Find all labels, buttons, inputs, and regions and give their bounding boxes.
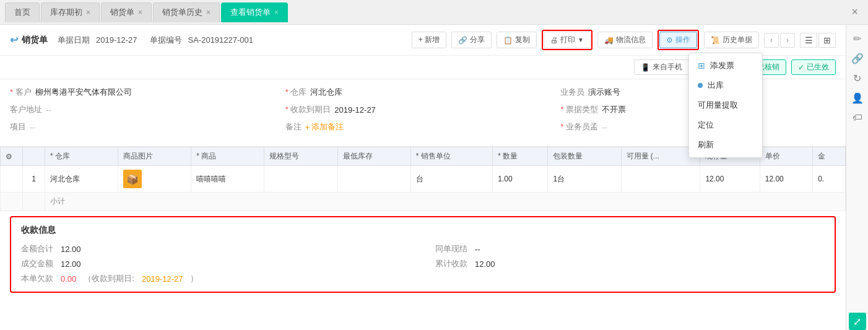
total-received-label: 累计收款	[435, 258, 467, 269]
row-min-stock-cell	[337, 166, 410, 193]
tab-view-sales-label: 查看销货单	[230, 7, 271, 18]
share-button[interactable]: 🔗 分享	[451, 32, 492, 48]
col-sales-unit-header: * 销售单位	[410, 147, 493, 166]
outbound-item[interactable]: 出库	[689, 76, 762, 95]
col-amount-header: 金	[813, 147, 846, 166]
add-invoice-item[interactable]: ⊞ 添发票	[689, 56, 762, 76]
new-button[interactable]: + 新增	[412, 32, 446, 48]
col-unit-price-header: 单价	[760, 147, 812, 166]
salesperson-value: 演示账号	[588, 87, 620, 98]
add-remark-button[interactable]: + 添加备注	[305, 121, 344, 132]
warehouse-label: 仓库	[285, 87, 307, 98]
locate-label: 定位	[698, 119, 714, 131]
same-order-settle-value: --	[475, 245, 480, 254]
link-sidebar-icon[interactable]: 🔗	[849, 50, 866, 67]
total-amount-value: 12.00	[61, 245, 81, 254]
from-phone-button[interactable]: 📱 来自手机	[634, 59, 689, 75]
tab-sales-close[interactable]: ×	[138, 8, 142, 17]
tag-sidebar-icon[interactable]: 🏷	[849, 109, 866, 126]
payment-info-title: 收款信息	[21, 225, 825, 236]
tab-sales-history-close[interactable]: ×	[206, 8, 210, 17]
expand-sidebar-icon[interactable]: ⤢	[849, 313, 866, 330]
project-label: 项目	[10, 121, 26, 132]
doc-date-label: 单据日期 2019-12-27	[58, 35, 137, 46]
operations-icon: ⚙	[666, 36, 673, 45]
due-amount-label: 本单欠款	[21, 273, 53, 284]
rotate-sidebar-icon[interactable]: ↻	[849, 69, 866, 87]
address-value: --	[46, 105, 51, 115]
print-highlight-box: 🖨 打印 ▼	[542, 30, 592, 50]
row-spec-cell	[264, 166, 337, 193]
col-num	[23, 147, 45, 166]
warehouse-field: 仓库 河北仓库	[285, 87, 561, 98]
ticket-type-label: 票据类型	[560, 104, 598, 115]
operations-highlight-box: ⚙ 操作	[658, 30, 699, 50]
tab-inventory[interactable]: 库存期初 ×	[41, 2, 100, 22]
customer-value: 柳州粤港平安气体有限公司	[35, 87, 132, 98]
row-warehouse-cell: 河北仓库	[45, 166, 118, 193]
add-invoice-label: 添发票	[710, 60, 734, 71]
nav-arrows: ‹ ›	[764, 33, 795, 48]
total-amount-label: 金额合计	[21, 243, 53, 254]
row-num-cell: 1	[23, 166, 45, 193]
locate-item[interactable]: 定位	[689, 115, 762, 135]
tab-view-sales[interactable]: 查看销货单 ×	[221, 2, 288, 22]
payment-date-field: 收款到期日 2019-12-27	[285, 104, 561, 115]
tab-view-sales-close[interactable]: ×	[274, 8, 279, 17]
available-qty-label: 可用量提取	[698, 100, 738, 111]
row-stock-cell: 12.00	[700, 166, 760, 193]
total-received-row: 累计收款 12.00	[435, 258, 825, 269]
grid-view-button[interactable]: ⊞	[818, 33, 836, 48]
salesperson2-label: 业务员孟	[560, 121, 598, 132]
list-view-button[interactable]: ☰	[800, 33, 817, 48]
row-pack-qty-cell: 1台	[548, 166, 621, 193]
add-invoice-icon: ⊞	[698, 61, 705, 71]
nav-prev-button[interactable]: ‹	[764, 33, 779, 48]
tab-inventory-close[interactable]: ×	[86, 8, 90, 17]
edit-sidebar-icon[interactable]: ✏	[849, 30, 866, 47]
tab-sales-history[interactable]: 销货单历史 ×	[153, 2, 220, 22]
address-field: 客户地址 --	[10, 104, 285, 115]
subtotal-label-cell: 小计	[45, 193, 846, 211]
nav-next-button[interactable]: ›	[780, 33, 795, 48]
window-close-button[interactable]: ×	[846, 6, 863, 19]
address-label: 客户地址	[10, 104, 42, 115]
outbound-dot	[698, 83, 703, 88]
copy-button[interactable]: 📋 复制	[497, 32, 537, 48]
deal-amount-value: 12.00	[61, 259, 81, 269]
tab-inventory-label: 库存期初	[50, 7, 82, 18]
total-amount-row: 金额合计 12.00	[21, 243, 410, 254]
doc-number-label: 单据编号 SA-20191227-001	[150, 35, 254, 46]
project-value: --	[30, 123, 35, 132]
col-spec-header: 规格型号	[264, 147, 337, 166]
total-received-value: 12.00	[475, 259, 495, 269]
due-date-note: （收款到期日:	[84, 273, 134, 284]
document-header: ↩ 销货单 单据日期 2019-12-27 单据编号 SA-20191227-0…	[0, 25, 846, 56]
available-qty-item[interactable]: 可用量提取	[689, 95, 762, 115]
operations-button[interactable]: ⚙ 操作	[659, 32, 697, 48]
right-sidebar: ✏ 🔗 ↻ 👤 🏷 ⤢	[846, 25, 868, 330]
warehouse-value: 河北仓库	[310, 87, 342, 98]
col-quantity-header: * 数量	[493, 147, 548, 166]
row-settings-cell	[1, 166, 23, 193]
history-button[interactable]: 📜 历史单据	[704, 32, 759, 48]
effective-badge: ✓ 已生效	[791, 59, 836, 75]
tab-sales[interactable]: 销货单 ×	[101, 2, 152, 22]
due-amount-value: 0.00	[61, 274, 76, 284]
due-amount-row: 本单欠款 0.00 （收款到期日: 2019-12-27 ）	[21, 273, 410, 284]
table-row: 1 河北仓库 📦 嘻嘻嘻嘻 台 1.00 1台	[1, 166, 846, 193]
row-sales-unit-cell: 台	[410, 166, 493, 193]
print-button[interactable]: 🖨 打印 ▼	[544, 32, 591, 48]
product-image: 📦	[123, 170, 142, 188]
tab-home[interactable]: 首页	[5, 2, 40, 22]
logistics-button[interactable]: 🚚 物流信息	[597, 32, 653, 48]
print-icon: 🖨	[550, 36, 558, 45]
due-date-value: 2019-12-27	[142, 274, 183, 284]
col-min-stock-header: 最低库存	[337, 147, 410, 166]
view-buttons: ☰ ⊞	[800, 33, 836, 48]
tab-home-label: 首页	[14, 7, 30, 18]
salesperson-label: 业务员	[560, 87, 584, 98]
user-sidebar-icon[interactable]: 👤	[849, 89, 866, 106]
refresh-item[interactable]: 刷新	[689, 135, 762, 155]
ticket-type-value: 不开票	[602, 104, 626, 115]
